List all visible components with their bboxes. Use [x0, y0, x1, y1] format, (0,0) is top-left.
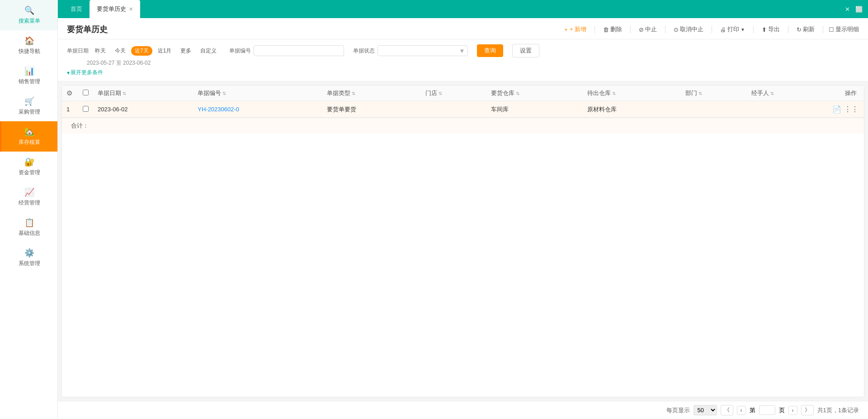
status-input[interactable]	[378, 46, 456, 56]
sidebar-item-operations[interactable]: 📈 经营管理	[0, 182, 57, 212]
sort-handler-icon[interactable]: ⇅	[770, 91, 774, 96]
stop-btn[interactable]: ⊘ 中止	[636, 24, 660, 35]
sort-type-icon[interactable]: ⇅	[352, 91, 355, 96]
next-page-btn[interactable]: ›	[788, 406, 797, 415]
data-table: ⚙ 单据日期⇅ 单据编号⇅ 单据类型⇅	[62, 86, 864, 118]
sort-req-warehouse-icon[interactable]: ⇅	[516, 91, 519, 96]
display-detail-btn[interactable]: ☐ 显示明细	[829, 25, 859, 33]
date-filter-group: 单据日期 昨天 今天 近7天 近1月 更多 自定义	[67, 46, 220, 56]
print-btn[interactable]: 🖨 打印 ▼	[717, 24, 748, 35]
table-row: 1 2023-06-02 YH-20230602-0 要货单要货 车间库 原材料…	[62, 101, 864, 118]
page-title: 要货单历史	[67, 24, 108, 35]
tab-home[interactable]: 首页	[63, 0, 90, 18]
table-body: 1 2023-06-02 YH-20230602-0 要货单要货 车间库 原材料…	[62, 101, 864, 118]
column-settings-icon[interactable]: ⚙	[66, 89, 72, 97]
settings-btn[interactable]: 设置	[512, 44, 539, 57]
sidebar-item-inventory[interactable]: 🏡 库存核算	[0, 121, 57, 152]
content-area: 要货单历史 + + 新增 🗑 删除 ⊘ 中止 ⊙	[58, 18, 868, 419]
divider-6	[788, 26, 788, 33]
window-maximize-btn[interactable]: ⬜	[855, 6, 863, 13]
sidebar-item-quick-nav[interactable]: 🏠 快捷导航	[0, 30, 57, 61]
status-dropdown-icon[interactable]: ▼	[457, 48, 468, 54]
sales-icon: 📊	[24, 66, 34, 76]
expand-more-btn[interactable]: ▾ 展开更多条件	[67, 69, 859, 76]
summary-label: 合计：	[71, 122, 89, 129]
sidebar-item-system[interactable]: ⚙️ 系统管理	[0, 243, 57, 273]
pill-7days[interactable]: 近7天	[131, 46, 152, 56]
page-label-pre: 第	[750, 406, 755, 414]
finance-icon: 🔐	[24, 157, 34, 167]
purchase-icon: 🛒	[24, 96, 34, 106]
delete-icon: 🗑	[603, 26, 609, 33]
row-type: 要货单要货	[322, 101, 420, 118]
sort-date-icon[interactable]: ⇅	[123, 91, 126, 96]
sort-dept-icon[interactable]: ⇅	[698, 91, 702, 96]
col-checkbox	[78, 86, 93, 101]
sidebar-item-finance[interactable]: 🔐 资金管理	[0, 152, 57, 182]
pill-more[interactable]: 更多	[177, 46, 195, 56]
sidebar-item-search-menu[interactable]: 🔍 搜索菜单	[0, 0, 57, 30]
col-dept: 部门⇅	[681, 86, 747, 101]
divider-5	[753, 26, 754, 33]
row-actions: 📄 ⋮⋮	[828, 101, 864, 118]
refresh-btn[interactable]: ↻ 刷新	[794, 24, 817, 35]
row-edit-icon[interactable]: 📄	[832, 105, 841, 114]
export-btn[interactable]: ⬆ 导出	[759, 24, 783, 35]
search-menu-icon: 🔍	[24, 5, 34, 15]
filter-area: 单据日期 昨天 今天 近7天 近1月 更多 自定义 单据编号	[58, 39, 868, 81]
tab-close-icon[interactable]: ✕	[129, 6, 133, 12]
row-checkbox	[78, 101, 93, 118]
system-icon: ⚙️	[24, 248, 34, 258]
pagination-bar: 每页显示 10 20 50 100 《 ‹ 第 1 页 › 》 共1页，1条记录	[58, 401, 868, 419]
cancel-stop-btn[interactable]: ⊙ 取消中止	[671, 24, 706, 35]
page-label-post: 页	[779, 406, 785, 414]
print-dropdown-icon[interactable]: ▼	[741, 27, 745, 32]
sort-no-icon[interactable]: ⇅	[222, 91, 226, 96]
add-btn[interactable]: + + 新增	[561, 24, 589, 35]
date-range-display: 2023-05-27 至 2023-06-02	[87, 59, 859, 67]
page-input[interactable]: 1	[759, 405, 775, 415]
select-all-checkbox[interactable]	[83, 90, 89, 95]
row-more-icon[interactable]: ⋮⋮	[844, 105, 859, 114]
col-no: 单据编号⇅	[193, 86, 322, 101]
sidebar-item-sales[interactable]: 📊 销售管理	[0, 61, 57, 91]
first-page-btn[interactable]: 《	[721, 405, 733, 415]
inventory-icon: 🏡	[24, 127, 34, 137]
query-btn[interactable]: 查询	[477, 44, 503, 57]
table-footer: 合计：	[62, 118, 864, 133]
sort-store-icon[interactable]: ⇅	[439, 91, 442, 96]
delete-btn[interactable]: 🗑 删除	[600, 24, 625, 35]
order-no-input[interactable]	[254, 45, 344, 56]
sidebar: 🔍 搜索菜单 🏠 快捷导航 📊 销售管理 🛒 采购管理 🏡 库存核算 🔐 资金管…	[0, 0, 58, 419]
tab-requisition-history[interactable]: 要货单历史 ✕	[90, 0, 140, 18]
total-info: 共1页，1条记录	[817, 406, 859, 414]
table-container: ⚙ 单据日期⇅ 单据编号⇅ 单据类型⇅	[61, 85, 864, 397]
col-req-warehouse: 要货仓库⇅	[486, 86, 582, 101]
row-no-link[interactable]: YH-20230602-0	[198, 106, 239, 113]
last-page-btn[interactable]: 》	[801, 405, 814, 415]
main-container: 首页 要货单历史 ✕ ✕ ⬜ 要货单历史 + + 新增 🗑 删除	[58, 0, 868, 419]
operations-icon: 📈	[24, 187, 34, 197]
row-no: YH-20230602-0	[193, 101, 322, 118]
pill-yesterday[interactable]: 昨天	[91, 46, 109, 56]
table-head: ⚙ 单据日期⇅ 单据编号⇅ 单据类型⇅	[62, 86, 864, 101]
sidebar-item-purchase[interactable]: 🛒 采购管理	[0, 91, 57, 121]
expand-icon: ▾	[67, 70, 70, 76]
row-select-checkbox[interactable]	[83, 106, 89, 112]
sidebar-item-basic-info[interactable]: 📋 基础信息	[0, 212, 57, 243]
page-size-select[interactable]: 10 20 50 100	[693, 405, 717, 415]
sort-wait-warehouse-icon[interactable]: ⇅	[612, 91, 616, 96]
col-settings: ⚙	[62, 86, 78, 101]
pill-1month[interactable]: 近1月	[154, 46, 175, 56]
divider-4	[712, 26, 712, 33]
stop-icon: ⊘	[639, 26, 644, 33]
status-select-wrapper: ▼	[377, 45, 468, 56]
prev-page-btn[interactable]: ‹	[737, 406, 746, 415]
divider-1	[594, 26, 595, 33]
window-close-btn[interactable]: ✕	[845, 6, 850, 13]
pill-today[interactable]: 今天	[111, 46, 129, 56]
pill-custom[interactable]: 自定义	[197, 46, 220, 56]
top-bar: 首页 要货单历史 ✕ ✕ ⬜	[58, 0, 868, 18]
status-filter-group: 单据状态 ▼	[353, 45, 468, 56]
order-no-label: 单据编号	[229, 47, 251, 55]
